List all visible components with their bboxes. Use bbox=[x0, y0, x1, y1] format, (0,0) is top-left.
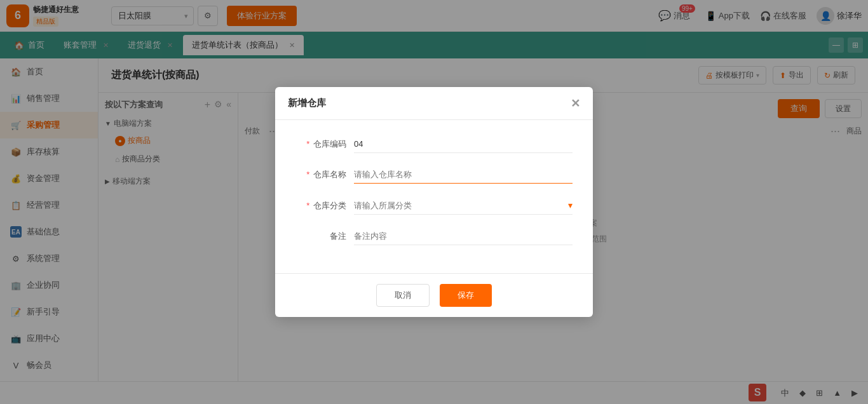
modal-footer: 取消 保存 bbox=[275, 273, 593, 317]
modal-title: 新增仓库 bbox=[288, 97, 326, 109]
required-star-3: * bbox=[306, 201, 309, 210]
modal-overlay[interactable]: 新增仓库 ✕ * 仓库编码 * 仓库名称 bbox=[0, 0, 868, 404]
modal-header: 新增仓库 ✕ bbox=[275, 87, 593, 120]
cancel-button[interactable]: 取消 bbox=[376, 284, 430, 307]
required-star-2: * bbox=[306, 170, 309, 179]
warehouse-remark-input[interactable] bbox=[354, 227, 573, 245]
warehouse-code-row: * 仓库编码 bbox=[295, 135, 573, 153]
warehouse-code-input[interactable] bbox=[354, 135, 573, 153]
warehouse-category-label: * 仓库分类 bbox=[295, 200, 346, 212]
warehouse-name-input[interactable] bbox=[354, 166, 573, 184]
warehouse-remark-row: 备注 bbox=[295, 227, 573, 245]
warehouse-category-row: * 仓库分类 ▾ bbox=[295, 196, 573, 215]
save-button[interactable]: 保存 bbox=[440, 284, 492, 307]
warehouse-name-label: * 仓库名称 bbox=[295, 169, 346, 180]
warehouse-name-row: * 仓库名称 bbox=[295, 166, 573, 184]
modal-body: * 仓库编码 * 仓库名称 * 仓库分类 bbox=[275, 120, 593, 273]
modal-close-icon[interactable]: ✕ bbox=[571, 98, 580, 109]
warehouse-category-select[interactable]: ▾ bbox=[354, 196, 573, 215]
warehouse-code-label: * 仓库编码 bbox=[295, 138, 346, 150]
category-dropdown-icon[interactable]: ▾ bbox=[568, 200, 573, 210]
warehouse-category-input[interactable] bbox=[354, 201, 568, 210]
required-star-1: * bbox=[306, 139, 309, 149]
modal-new-warehouse: 新增仓库 ✕ * 仓库编码 * 仓库名称 bbox=[275, 87, 593, 317]
warehouse-remark-label: 备注 bbox=[295, 231, 346, 242]
